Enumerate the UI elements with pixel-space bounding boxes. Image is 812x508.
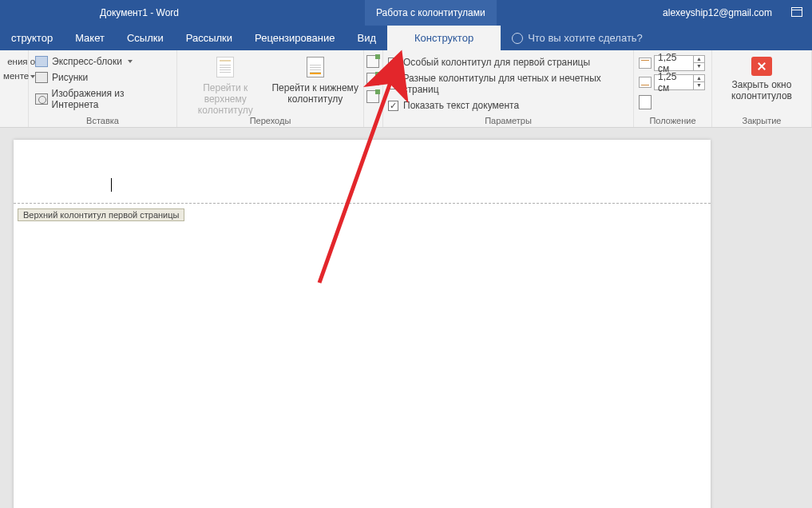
tab-constructor-cut[interactable]: структор <box>0 26 64 50</box>
close-icon <box>751 57 772 76</box>
tab-mailings[interactable]: Рассылки <box>175 26 244 50</box>
show-document-text-checkbox[interactable]: ✓ Показать текст документа <box>388 100 628 111</box>
group-label-position: Положение <box>634 116 711 127</box>
tell-me-search[interactable]: Что вы хотите сделать? <box>512 32 643 44</box>
group-navigation: Перейти к верхнему колонтитулу Перейти к… <box>177 50 364 127</box>
header-from-top-row: 1,25 см ▲▼ <box>639 55 705 71</box>
goto-header-button: Перейти к верхнему колонтитулу <box>180 52 271 116</box>
document-title: Документ1 - Word <box>100 7 179 18</box>
group-label-insert: Вставка <box>29 116 176 127</box>
header-from-top-input[interactable]: 1,25 см ▲▼ <box>654 55 705 71</box>
close-header-footer-button[interactable]: Закрыть окно колонтитулов <box>715 52 808 101</box>
title-bar: Документ1 - Word Работа с колонтитулами … <box>0 0 812 26</box>
different-first-page-checkbox[interactable]: ✓ Особый колонтитул для первой страницы <box>388 57 628 68</box>
previous-section-icon[interactable] <box>366 55 379 68</box>
pictures-icon <box>35 72 48 83</box>
group-nav-links <box>364 50 383 127</box>
different-odd-even-checkbox[interactable]: Разные колонтитулы для четных и нечетных… <box>388 73 628 95</box>
user-email[interactable]: alexeyship12@gmail.com <box>663 7 772 18</box>
group-insert: Экспресс-блоки Рисунки Изображения из Ин… <box>29 50 177 127</box>
group-label-empty <box>0 116 28 127</box>
text-cursor <box>111 178 112 192</box>
header-tag-label: Верхний колонтитул первой страницы <box>18 208 184 221</box>
footer-position-icon <box>639 77 652 88</box>
lightbulb-icon <box>512 33 523 44</box>
spin-down-icon[interactable]: ▼ <box>693 82 704 89</box>
group-position: 1,25 см ▲▼ 1,25 см ▲▼ Положение <box>634 50 712 127</box>
group-label-options: Параметры <box>383 116 633 127</box>
spin-up-icon[interactable]: ▲ <box>693 75 704 82</box>
ribbon: ения о менте Экспресс-блоки Рисунки <box>0 50 812 128</box>
pictures-button[interactable]: Рисунки <box>34 71 172 84</box>
goto-footer-button[interactable]: Перейти к нижнему колонтитулу <box>271 52 361 105</box>
page[interactable]: Верхний колонтитул первой страницы <box>14 140 711 508</box>
caret-down-icon <box>128 60 133 63</box>
ribbon-tabs: структор Макет Ссылки Рассылки Рецензиро… <box>0 26 812 50</box>
checkbox-icon: ✓ <box>388 58 398 68</box>
link-previous-icon[interactable] <box>366 90 379 103</box>
group-options: ✓ Особый колонтитул для первой страницы … <box>383 50 634 127</box>
spin-up-icon[interactable]: ▲ <box>693 56 704 63</box>
header-position-icon <box>639 58 652 69</box>
footer-from-bottom-row: 1,25 см ▲▼ <box>639 74 705 90</box>
footer-from-bottom-input[interactable]: 1,25 см ▲▼ <box>654 74 705 90</box>
checkbox-icon <box>388 79 398 89</box>
header-separator <box>14 203 711 204</box>
group-doc-info-cut: ения о менте <box>0 50 29 127</box>
spin-down-icon[interactable]: ▼ <box>693 63 704 70</box>
tab-links[interactable]: Ссылки <box>116 26 175 50</box>
tab-layout[interactable]: Макет <box>64 26 116 50</box>
quick-parts-button[interactable]: Экспресс-блоки <box>34 55 172 68</box>
insert-alignment-tab-icon[interactable] <box>639 95 652 109</box>
ribbon-display-options-icon[interactable] <box>791 7 802 17</box>
online-pictures-icon <box>35 93 48 105</box>
group-close: Закрыть окно колонтитулов Закрытие <box>712 50 812 127</box>
online-pictures-button[interactable]: Изображения из Интернета <box>34 87 172 111</box>
document-area[interactable]: Верхний колонтитул первой страницы <box>0 128 812 508</box>
contextual-tab-title: Работа с колонтитулами <box>365 0 497 26</box>
group-label-close: Закрытие <box>712 116 811 127</box>
quick-parts-icon <box>35 56 48 67</box>
tell-me-placeholder: Что вы хотите сделать? <box>528 32 643 44</box>
group-label-navigation: Переходы <box>177 116 363 127</box>
checkbox-icon: ✓ <box>388 101 398 111</box>
tab-view[interactable]: Вид <box>346 26 387 50</box>
tab-review[interactable]: Рецензирование <box>244 26 346 50</box>
tab-header-footer-design[interactable]: Конструктор <box>387 26 501 50</box>
next-section-icon[interactable] <box>366 73 379 85</box>
